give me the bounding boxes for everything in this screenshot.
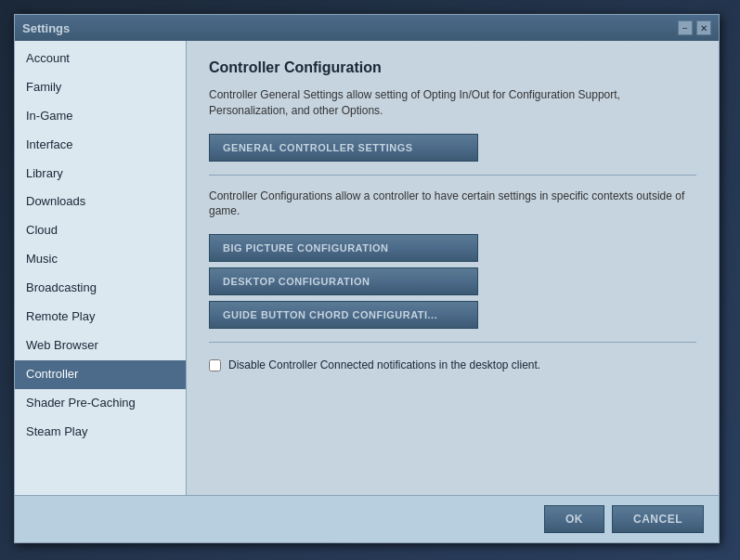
- disable-notifications-checkbox[interactable]: [209, 359, 221, 371]
- window-controls: − ✕: [678, 20, 711, 35]
- sidebar-item-account[interactable]: Account: [15, 45, 186, 73]
- sidebar-item-downloads[interactable]: Downloads: [15, 188, 186, 216]
- title-bar: Settings − ✕: [15, 15, 719, 41]
- close-button[interactable]: ✕: [696, 20, 711, 35]
- dialog-footer: OK CANCEL: [15, 495, 719, 542]
- guide-button-chord-button[interactable]: GUIDE BUTTON CHORD CONFIGURATI...: [209, 301, 478, 329]
- panel-title: Controller Configuration: [209, 59, 696, 76]
- sidebar-item-cloud[interactable]: Cloud: [15, 216, 186, 245]
- sidebar-item-interface[interactable]: Interface: [15, 131, 186, 160]
- sidebar-item-web-browser[interactable]: Web Browser: [15, 332, 186, 360]
- desktop-configuration-button[interactable]: DESKTOP CONFIGURATION: [209, 267, 478, 295]
- cancel-button[interactable]: CANCEL: [612, 505, 704, 533]
- main-panel: Controller Configuration Controller Gene…: [187, 41, 719, 495]
- disable-notifications-label: Disable Controller Connected notificatio…: [228, 358, 540, 373]
- minimize-button[interactable]: −: [678, 20, 693, 35]
- sidebar: AccountFamilyIn-GameInterfaceLibraryDown…: [15, 41, 187, 495]
- sidebar-item-shader-pre-caching[interactable]: Shader Pre-Caching: [15, 389, 186, 418]
- divider-2: [209, 342, 696, 343]
- sidebar-item-family[interactable]: Family: [15, 73, 186, 102]
- sidebar-item-controller[interactable]: Controller: [15, 360, 186, 389]
- sidebar-item-in-game[interactable]: In-Game: [15, 102, 186, 131]
- description-2: Controller Configurations allow a contro…: [209, 189, 696, 220]
- sidebar-item-library[interactable]: Library: [15, 160, 186, 189]
- ok-button[interactable]: OK: [544, 505, 604, 533]
- settings-dialog: Settings − ✕ AccountFamilyIn-GameInterfa…: [14, 14, 720, 543]
- general-controller-settings-button[interactable]: GENERAL CONTROLLER SETTINGS: [209, 134, 478, 162]
- checkbox-row: Disable Controller Connected notificatio…: [209, 358, 696, 373]
- sidebar-item-steam-play[interactable]: Steam Play: [15, 418, 186, 447]
- description-1: Controller General Settings allow settin…: [209, 87, 696, 119]
- dialog-title: Settings: [22, 21, 70, 35]
- sidebar-item-broadcasting[interactable]: Broadcasting: [15, 274, 186, 303]
- dialog-body: AccountFamilyIn-GameInterfaceLibraryDown…: [15, 41, 719, 495]
- sidebar-item-music[interactable]: Music: [15, 245, 186, 274]
- big-picture-configuration-button[interactable]: BIG PICTURE CONFIGURATION: [209, 234, 478, 262]
- divider-1: [209, 175, 696, 176]
- sidebar-item-remote-play[interactable]: Remote Play: [15, 303, 186, 332]
